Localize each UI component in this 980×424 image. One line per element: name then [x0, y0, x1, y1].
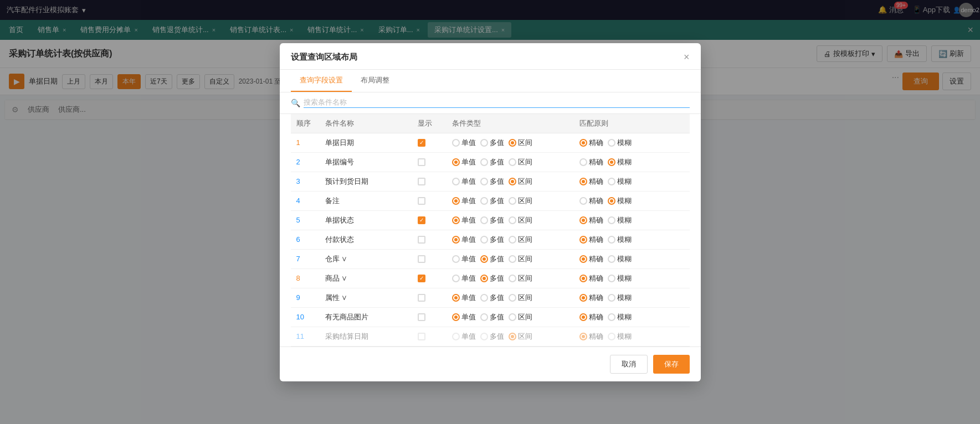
- search-underline: [304, 98, 690, 108]
- th-match: 匹配原则: [574, 114, 690, 125]
- modal-title: 设置查询区域布局: [291, 52, 357, 63]
- th-name: 条件名称: [320, 114, 412, 125]
- modal-search-area: 🔍: [280, 92, 701, 114]
- table-head: 顺序 条件名称 显示 条件类型 匹配原则: [291, 114, 690, 125]
- modal-tabs: 查询字段设置 布局调整: [280, 70, 701, 92]
- th-order: 顺序: [291, 114, 320, 125]
- modal-header: 设置查询区域布局 ×: [280, 43, 701, 70]
- conditions-table: 顺序 条件名称 显示 条件类型 匹配原则 1单据日期单值多值区间精确模糊2单据编…: [291, 114, 690, 125]
- modal-table-container: 顺序 条件名称 显示 条件类型 匹配原则 1单据日期单值多值区间精确模糊2单据编…: [280, 114, 701, 125]
- modal-close-btn[interactable]: ×: [684, 52, 690, 62]
- th-display: 显示: [412, 114, 447, 125]
- search-condition-input[interactable]: [304, 98, 690, 106]
- search-icon: 🔍: [291, 99, 300, 107]
- modal-dialog: 设置查询区域布局 × 查询字段设置 布局调整 🔍 顺序 条件名称 显示: [280, 43, 701, 125]
- tab-layout-adjust[interactable]: 布局调整: [352, 70, 398, 92]
- tab-query-fields[interactable]: 查询字段设置: [291, 70, 352, 92]
- th-type: 条件类型: [447, 114, 574, 125]
- modal-overlay: 设置查询区域布局 × 查询字段设置 布局调整 🔍 顺序 条件名称 显示: [0, 0, 980, 125]
